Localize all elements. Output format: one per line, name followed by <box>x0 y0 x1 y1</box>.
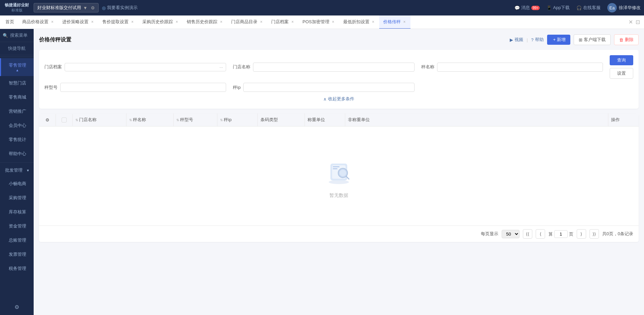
tab-min-discount[interactable]: 最低折扣设置 × <box>339 15 379 29</box>
filter-store-profile: 门店档案 ··· <box>44 63 226 71</box>
sort-icon[interactable]: ⇅ <box>75 118 78 122</box>
sidebar: 🔍 搜索菜单 快捷导航 零售管理 ▲ 智慧门店 零售商城 营销推广 会员中心 零… <box>0 29 34 315</box>
sidebar-item-inventory[interactable]: 库存核算 <box>0 205 34 219</box>
video-link[interactable]: ▶ 视频 <box>510 37 523 43</box>
scale-name-input[interactable] <box>437 63 603 72</box>
close-icon[interactable]: × <box>91 19 94 25</box>
empty-illustration <box>322 153 356 187</box>
version-selector[interactable]: 好业财标准版交付试用 ▼ ⚙ <box>34 3 99 12</box>
sidebar-item-ledger[interactable]: 总账管理 <box>0 233 34 247</box>
tab-store-catalog[interactable]: 门店商品目录 × <box>227 15 267 29</box>
ellipsis-icon[interactable]: ··· <box>219 65 223 70</box>
close-icon[interactable]: × <box>331 19 335 25</box>
close-icon[interactable]: × <box>131 19 134 25</box>
collapse-bar[interactable]: ∧ 收起更多条件 <box>44 95 633 103</box>
sidebar-item-smart-store[interactable]: 智慧门店 <box>0 76 34 90</box>
top-right: 💬 消息 99+ 📱 App下载 🎧 在线客服 Ea 徐泽华修改 <box>514 3 641 12</box>
sidebar-item-retail-mgmt[interactable]: 零售管理 ▲ <box>0 58 34 76</box>
tab-home[interactable]: 首页 <box>1 15 18 29</box>
close-icon[interactable]: × <box>371 19 375 25</box>
settings-icon[interactable]: ⚙ <box>91 5 95 10</box>
page-size-select[interactable]: 50 <box>502 230 520 238</box>
tab-price-scale[interactable]: 价格传秤 × <box>379 15 410 29</box>
tab-price-setting[interactable]: 商品价格设置 × <box>18 15 58 29</box>
th-check[interactable] <box>56 114 73 126</box>
tab-pos-encrypt[interactable]: POS加密管理 × <box>298 15 339 29</box>
sort-icon[interactable]: ⇅ <box>220 118 223 122</box>
select-all-checkbox[interactable] <box>62 117 67 123</box>
svg-point-0 <box>329 180 349 184</box>
messages-badge: 99+ <box>531 6 540 10</box>
help-icon: ? <box>531 37 534 42</box>
sidebar-item-purchase[interactable]: 采购管理 <box>0 191 34 205</box>
total-label: 共0页，0条记录 <box>602 231 633 237</box>
close-all-icon[interactable]: ✕ <box>629 19 633 25</box>
delete-button[interactable]: 🗑 删除 <box>614 34 639 45</box>
svg-point-4 <box>339 170 346 176</box>
store-name-input[interactable] <box>253 63 415 72</box>
app-download-button[interactable]: 📱 App下载 <box>546 5 570 11</box>
store-name-label: 门店名称 <box>233 64 250 70</box>
sidebar-search[interactable]: 🔍 搜索菜单 <box>0 29 34 42</box>
tab-store-profile[interactable]: 门店档案 × <box>267 15 298 29</box>
page-first-button[interactable]: ⟨⟨ <box>523 229 532 239</box>
th-gear[interactable]: ⚙ <box>39 114 56 126</box>
th-scale-ip: ⇅ 秤ip <box>217 113 258 126</box>
page-last-button[interactable]: ⟩⟩ <box>589 229 599 239</box>
close-icon[interactable]: × <box>175 19 179 25</box>
close-icon[interactable]: × <box>50 19 54 25</box>
close-icon[interactable]: × <box>403 19 406 25</box>
demo-link[interactable]: ◎ 我要看实例演示 <box>102 5 138 11</box>
page-input[interactable] <box>554 230 568 238</box>
sidebar-item-wholesale[interactable]: 批发管理 ▼ <box>0 164 34 177</box>
sidebar-item-help[interactable]: 帮助中心 <box>0 147 34 161</box>
setting-button[interactable]: 设置 <box>610 68 633 79</box>
sidebar-item-retail-stats[interactable]: 零售统计 <box>0 133 34 147</box>
close-icon[interactable]: × <box>219 19 223 25</box>
th-barcode-type: 条码类型 <box>258 113 305 126</box>
close-icon[interactable]: × <box>291 19 294 25</box>
table-header: ⚙ ⇅ 门店名称 ⇅ 秤名称 ⇅ 秤型号 ⇅ <box>39 113 639 127</box>
online-service-button[interactable]: 🎧 在线客服 <box>576 5 601 11</box>
store-profile-label: 门店档案 <box>44 64 62 70</box>
sidebar-item-retail-mall[interactable]: 零售商城 <box>0 90 34 104</box>
close-icon[interactable]: × <box>259 19 263 25</box>
tab-sale-price[interactable]: 售价提取设置 × <box>98 15 138 29</box>
tab-purchase-history[interactable]: 采购历史价跟踪 × <box>138 15 183 29</box>
download-button[interactable]: ⊞ 客户端下载 <box>574 34 611 45</box>
sidebar-divider-2 <box>0 162 34 163</box>
sidebar-item-marketing[interactable]: 营销推广 <box>0 104 34 118</box>
sidebar-gear-button[interactable]: ⚙ <box>0 299 34 315</box>
filter-store-name: 门店名称 <box>233 63 415 72</box>
sort-icon[interactable]: ⇅ <box>176 118 179 122</box>
chevron-down-icon: ▼ <box>83 5 87 10</box>
sidebar-item-tax[interactable]: 税务管理 <box>0 261 34 276</box>
help-link[interactable]: ? 帮助 <box>531 37 544 43</box>
store-profile-input-wrapper[interactable]: ··· <box>65 63 226 71</box>
tab-sales-history[interactable]: 销售历史价跟踪 × <box>183 15 227 29</box>
th-weight-unit: 称重单位 <box>305 113 345 126</box>
svg-rect-7 <box>333 168 337 169</box>
page-actions: ▶ 视频 | ? 帮助 + 新增 ⊞ 客户端下载 🗑 删 <box>510 34 639 45</box>
store-profile-input[interactable] <box>68 65 217 70</box>
add-button[interactable]: + 新增 <box>547 35 570 45</box>
messages-button[interactable]: 💬 消息 99+ <box>514 5 540 11</box>
sidebar-item-capital[interactable]: 资金管理 <box>0 219 34 233</box>
sidebar-item-invoice[interactable]: 发票管理 <box>0 247 34 261</box>
scale-model-input[interactable] <box>60 83 226 92</box>
sidebar-item-member[interactable]: 会员中心 <box>0 118 34 133</box>
sidebar-item-xiaochang[interactable]: 小畅电商 <box>0 177 34 191</box>
sidebar-nav-shortcut[interactable]: 快捷导航 <box>0 42 34 55</box>
page-prev-button[interactable]: ⟨ <box>536 229 545 239</box>
user-area[interactable]: Ea 徐泽华修改 <box>607 3 641 12</box>
query-button[interactable]: 查询 <box>610 55 633 65</box>
page-next-button[interactable]: ⟩ <box>577 229 586 239</box>
avatar: Ea <box>607 3 617 12</box>
filter-scale-ip: 秤ip <box>233 83 415 92</box>
scale-ip-label: 秤ip <box>233 84 241 91</box>
scale-ip-input[interactable] <box>243 83 415 92</box>
top-bar: 畅捷通好业财 标准版 好业财标准版交付试用 ▼ ⚙ ◎ 我要看实例演示 💬 消息… <box>0 0 644 15</box>
tab-purchase-strategy[interactable]: 进价策略设置 × <box>58 15 98 29</box>
sort-icon[interactable]: ⇅ <box>129 118 132 122</box>
expand-icon[interactable]: ⊡ <box>636 19 640 25</box>
